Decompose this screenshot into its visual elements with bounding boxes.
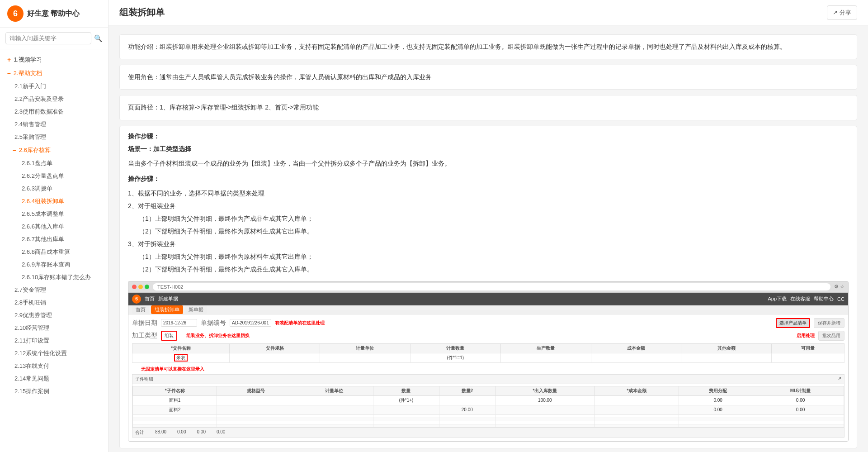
ss-date-label: 单据日期 bbox=[132, 319, 157, 327]
sidebar-item-docs-214[interactable]: 2.14常见问题 bbox=[0, 372, 108, 385]
ss-btn-select: 选择产品清单 bbox=[776, 318, 810, 328]
ss-batch-btn: 批次品用 bbox=[818, 331, 844, 341]
ss-th-qty: 计量数量 bbox=[410, 343, 500, 353]
step3: 3、对于拆装业务 bbox=[128, 238, 849, 250]
ss-child-row-2: 面料2 20.00 0.00 0.00 bbox=[133, 405, 844, 414]
ss-th-avail: 可用量 bbox=[772, 343, 844, 353]
ss-th-parent-spec: 父件规格 bbox=[230, 343, 320, 353]
sidebar-item-docs-263[interactable]: 2.6.3调拨单 bbox=[0, 182, 108, 195]
step2-2: （2）下部明细为子件明细，最终作为原材料生成其它出库单。 bbox=[128, 225, 849, 238]
operations-heading: 操作步骤： bbox=[128, 133, 849, 141]
ss-parent-avail bbox=[772, 353, 844, 362]
sidebar-item-docs-264[interactable]: 2.6.4组装拆卸单 bbox=[0, 195, 108, 208]
steps-heading: 操作步骤： bbox=[128, 175, 849, 183]
search-box: 🔍 bbox=[0, 28, 108, 49]
app-logo: 6 bbox=[7, 5, 24, 22]
ss-parent-table: *父件名称 父件规格 计量单位 计量数量 生产数量 成本金额 其他金额 可用量 bbox=[132, 343, 844, 363]
sidebar-item-label: 1.视频学习 bbox=[14, 56, 42, 64]
screenshot: TEST-H002 ⚙ ☆ 6 首页 新建单据 App下载 在线客服 帮助中心 … bbox=[128, 281, 849, 442]
ss-nav-cc: CC bbox=[837, 296, 844, 302]
sidebar-item-docs-211[interactable]: 2.11打印设置 bbox=[0, 334, 108, 347]
ss-nav-new: 新建单据 bbox=[158, 295, 178, 302]
ss-annotation4-area: 无固定清单可以直接在这里录入 bbox=[132, 365, 844, 372]
sidebar-item-label: 2.帮助文档 bbox=[14, 69, 42, 77]
search-input[interactable] bbox=[5, 32, 91, 44]
main-area: 组装拆卸单 ↗ 分享 功能介绍：组装拆卸单用来处理企业组装或拆卸等加工业务，支持… bbox=[108, 0, 868, 452]
role-card: 使用角色：通常由生产人员或库管人员完成拆装业务的操作，库管人员确认原材料的出库和… bbox=[119, 65, 857, 90]
step3-1: （1）上部明细为父件明细，最终作为原材料生成其它出库单； bbox=[128, 250, 849, 263]
share-button[interactable]: ↗ 分享 bbox=[827, 5, 857, 20]
ss-nav-app: App下载 bbox=[768, 295, 787, 302]
path-text: 页面路径：1、库存核算->库存管理->组装拆卸单 2、首页->常用功能 bbox=[128, 104, 319, 111]
sidebar-item-docs-261[interactable]: 2.6.1盘点单 bbox=[0, 157, 108, 170]
app-title: 好生意 帮助中心 bbox=[27, 9, 80, 19]
ss-th-parent-name: *父件名称 bbox=[132, 343, 230, 353]
content-area: 功能介绍：组装拆卸单用来处理企业组装或拆卸等加工业务，支持有固定装配清单的产品加… bbox=[108, 25, 868, 452]
ss-child-row-1: 面料1 (件*1+) 100.00 0.00 0.00 bbox=[133, 395, 844, 405]
ss-totals: 合计 88.00 0.00 0.00 0.00 bbox=[132, 428, 844, 437]
ss-no-label: 单据编号 bbox=[201, 319, 226, 327]
sidebar-item-docs-25[interactable]: 2.5采购管理 bbox=[0, 131, 108, 143]
path-card: 页面路径：1、库存核算->库存管理->组装拆卸单 2、首页->常用功能 bbox=[119, 95, 857, 120]
intro-text: 功能介绍：组装拆卸单用来处理企业组装或拆卸等加工业务，支持有固定装配清单的产品加… bbox=[128, 43, 786, 50]
sidebar-item-docs-213[interactable]: 2.13在线支付 bbox=[0, 360, 108, 372]
sidebar-item-docs-24[interactable]: 2.4销售管理 bbox=[0, 118, 108, 131]
sidebar-item-docs-262[interactable]: 2.6.2分量盘点单 bbox=[0, 170, 108, 182]
ss-child-th1: *子件名称 bbox=[133, 386, 217, 395]
role-text: 使用角色：通常由生产人员或库管人员完成拆装业务的操作，库管人员确认原材料的出库和… bbox=[128, 73, 432, 81]
ss-child-row-6 bbox=[133, 424, 844, 427]
ss-child-th6: *出入库数量 bbox=[495, 386, 594, 395]
ss-logo: 6 bbox=[132, 295, 141, 304]
sidebar-item-docs-265[interactable]: 2.6.5成本调整单 bbox=[0, 208, 108, 220]
ss-child-th8: 费用分配 bbox=[679, 386, 757, 395]
ss-topnav: 6 首页 新建单据 App下载 在线客服 帮助中心 CC bbox=[128, 293, 848, 305]
sidebar-item-docs-26[interactable]: – 2.6库存核算 bbox=[0, 143, 108, 157]
ss-child-th4: 数量 bbox=[373, 386, 439, 395]
search-icon[interactable]: 🔍 bbox=[94, 34, 103, 43]
sidebar-item-docs-21[interactable]: 2.1新手入门 bbox=[0, 80, 108, 93]
minus-icon: – bbox=[7, 70, 11, 77]
ss-tab-home: 首页 bbox=[132, 305, 149, 314]
ss-nav-home: 首页 bbox=[145, 295, 155, 302]
ss-total-2: 0.00 bbox=[177, 429, 186, 436]
ss-child-row-3 bbox=[133, 414, 844, 418]
ss-annotation1: 有装配清单的在这里处理 bbox=[275, 320, 772, 326]
sidebar-item-docs-266[interactable]: 2.6.6其他入库单 bbox=[0, 220, 108, 233]
sidebar-item-video[interactable]: + 1.视频学习 bbox=[0, 53, 108, 67]
sidebar-item-docs-269[interactable]: 2.6.9库存账本查询 bbox=[0, 258, 108, 271]
browser-url: TEST-H002 bbox=[153, 283, 830, 290]
ss-child-section: 子件明细 ↗ *子件名称 规格型号 计量单位 数量 数量2 bbox=[132, 374, 844, 438]
sidebar-item-docs-267[interactable]: 2.6.7其他出库单 bbox=[0, 233, 108, 246]
ss-child-th3: 计量单位 bbox=[295, 386, 373, 395]
ss-child-th7: *成本金额 bbox=[594, 386, 679, 395]
sidebar-item-docs-28[interactable]: 2.8手机旺铺 bbox=[0, 296, 108, 309]
ss-annotation2: 组装业务、拆卸业务在这里切换 bbox=[186, 333, 250, 339]
ss-annotation3: 启用处理 bbox=[797, 333, 815, 339]
sidebar-header: 6 好生意 帮助中心 bbox=[0, 0, 108, 28]
browser-controls: ⚙ ☆ bbox=[834, 284, 844, 290]
ss-child-row-4 bbox=[133, 418, 844, 421]
step2-1: （1）上部明细为父件明细，最终作为产成品生成其它入库单； bbox=[128, 212, 849, 225]
sidebar-item-docs-22[interactable]: 2.2产品安装及登录 bbox=[0, 93, 108, 105]
ss-th-prod-qty: 生产数量 bbox=[500, 343, 591, 353]
sidebar-item-docs-27[interactable]: 2.7资金管理 bbox=[0, 284, 108, 296]
sidebar-item-docs-268[interactable]: 2.6.8商品成本重算 bbox=[0, 246, 108, 258]
ss-parent-unit bbox=[320, 353, 410, 362]
ss-date-value: 2019-12-26 bbox=[161, 319, 197, 327]
intro-card: 功能介绍：组装拆卸单用来处理企业组装或拆卸等加工业务，支持有固定装配清单的产品加… bbox=[119, 34, 857, 59]
sidebar-item-docs-23[interactable]: 2.3使用前数据准备 bbox=[0, 105, 108, 118]
ss-total-label: 合计 bbox=[135, 429, 144, 436]
sidebar-item-docs-212[interactable]: 2.12系统个性化设置 bbox=[0, 347, 108, 360]
sidebar-item-docs-29[interactable]: 2.9优惠券管理 bbox=[0, 309, 108, 322]
sidebar-item-docs-215[interactable]: 2.15操作案例 bbox=[0, 385, 108, 398]
minus-icon: – bbox=[13, 147, 16, 154]
sidebar-item-docs-2610[interactable]: 2.6.10库存账本错了怎么办 bbox=[0, 271, 108, 284]
sidebar-item-docs[interactable]: – 2.帮助文档 bbox=[0, 67, 108, 80]
ss-child-table: *子件名称 规格型号 计量单位 数量 数量2 *出入库数量 *成本金额 费用分配… bbox=[132, 386, 844, 428]
scene1-desc: 当由多个子件材料组装成一个成品的业务为【组装】业务，当由一个父件拆分成多个子产品… bbox=[128, 157, 849, 170]
ss-child-th9: MU计划量 bbox=[757, 386, 844, 395]
share-icon: ↗ bbox=[833, 9, 838, 16]
ss-annotation4: 无固定清单可以直接在这里录入 bbox=[141, 366, 204, 371]
page-title: 组装拆卸单 bbox=[119, 6, 165, 19]
sidebar-item-docs-210[interactable]: 2.10经营管理 bbox=[0, 322, 108, 334]
